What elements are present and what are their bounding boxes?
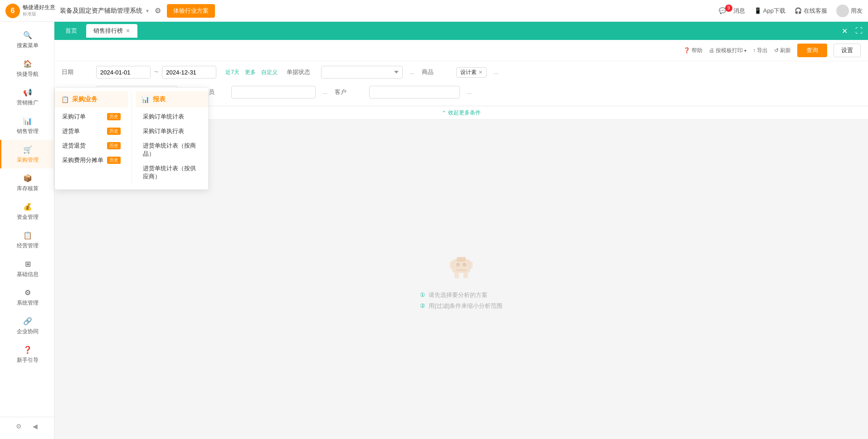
shortcut-more[interactable]: 更多 [243, 68, 258, 77]
salesperson-more[interactable]: ... [323, 89, 327, 95]
date-range: ~ [96, 66, 216, 79]
purchase-report-label: 报表 [153, 95, 166, 104]
sidebar-item-operations[interactable]: 📋 经营管理 [0, 226, 54, 254]
help-link[interactable]: ❓ 帮助 [683, 47, 702, 54]
purchase-business-label: 采购业务 [72, 95, 98, 104]
collapse-label: 收起更多条件 [448, 109, 481, 117]
sidebar-item-search[interactable]: 🔍 搜索菜单 [0, 25, 54, 54]
empty-hint-1: ① 请先选择要分析的方案 [420, 290, 503, 300]
app-download-item[interactable]: 📱 App下载 [754, 7, 785, 15]
purchase-icon: 🛒 [23, 144, 33, 154]
tab-home[interactable]: 首页 [58, 24, 84, 38]
user-item[interactable]: 用友 [836, 5, 863, 17]
phone-icon: 📱 [754, 7, 761, 14]
online-service-item[interactable]: 🎧 在线客服 [795, 7, 827, 15]
tab-sales-ranking-label: 销售排行榜 [93, 27, 123, 35]
sidebar-item-inventory[interactable]: 📦 库存核算 [0, 168, 54, 197]
menu-item-purchase-expense[interactable]: 采购费用分摊单 历史 [60, 153, 122, 168]
print-link[interactable]: 🖨 按模板打印 ▾ [709, 47, 746, 54]
customer-input[interactable] [369, 86, 460, 99]
inbound-badge: 历史 [107, 128, 121, 135]
notification-item[interactable]: 💬 9 消息 [719, 7, 745, 15]
sidebar-item-enterprise-label: 企业协同 [17, 328, 39, 335]
menu-item-return[interactable]: 进货退货 历史 [60, 138, 122, 153]
sidebar-item-purchase[interactable]: 🛒 采购管理 [0, 140, 54, 168]
date-shortcuts: 近7天 更多 自定义 [224, 68, 279, 77]
voucher-status-more[interactable]: ... [410, 69, 414, 75]
sidebar: 🔍 搜索菜单 🏠 快捷导航 📢 营销推广 📊 销售管理 🛒 采购管理 📦 库存核… [0, 22, 54, 439]
export-link[interactable]: ↑ 导出 [753, 47, 768, 54]
empty-illustration [443, 248, 479, 284]
search-icon: 🔍 [23, 30, 33, 40]
date-end-input[interactable] [162, 66, 216, 79]
sidebar-bottom-icons: ⚙ ◀ [14, 421, 41, 432]
basicinfo-icon: ⊞ [23, 259, 33, 269]
menu-item-purchase-order-exec[interactable]: 采购订单执行表 [141, 124, 203, 138]
logo-title: 畅捷通好生意 [23, 4, 55, 11]
purchase-order-badge: 历史 [107, 113, 121, 120]
user-label: 用友 [851, 7, 863, 15]
app-download-label: App下载 [763, 7, 785, 15]
export-icon: ↑ [753, 47, 756, 54]
marketing-icon: 📢 [23, 87, 33, 97]
sidebar-item-system[interactable]: ⚙ 系统管理 [0, 283, 54, 311]
shortcut-custom[interactable]: 自定义 [259, 68, 279, 77]
svg-rect-4 [456, 269, 467, 271]
top-header: 6 畅捷通好生意 标准版 装备及固定资产辅助管理系统 ▾ ⚙ 体验行业方案 💬 … [0, 0, 868, 22]
collapse-sidebar-icon[interactable]: ◀ [30, 421, 41, 432]
svg-point-2 [456, 263, 460, 266]
tab-sales-ranking[interactable]: 销售排行榜 ✕ [86, 24, 137, 38]
sales-icon: 📊 [23, 116, 33, 126]
svg-point-3 [463, 263, 466, 266]
voucher-status-select-wrapper [321, 66, 403, 79]
sidebar-item-marketing[interactable]: 📢 营销推广 [0, 83, 54, 111]
tab-close-icon[interactable]: ✕ [126, 28, 130, 34]
date-start-input[interactable] [96, 66, 151, 79]
purchase-report-title: 📊 报表 [136, 91, 209, 108]
refresh-link[interactable]: ↺ 刷新 [774, 47, 791, 54]
tab-maximize-icon[interactable]: ⛶ [853, 25, 864, 36]
filter-row-1: 日期 ~ 近7天 更多 自定义 单据状态 ... 商品 [54, 61, 868, 80]
empty-hint-2: ② 用[过滤]条件来缩小分析范围 [420, 301, 503, 311]
voucher-status-select[interactable] [321, 66, 403, 79]
menu-item-inbound-stats-supplier[interactable]: 进货单统计表（按供应商） [141, 161, 203, 184]
content-area: 首页 销售排行榜 ✕ ✕ ⛶ ❓ 帮助 🖨 按模板打印 [54, 22, 868, 439]
menu-item-purchase-order-stats[interactable]: 采购订单统计表 [141, 109, 203, 124]
header-right: 💬 9 消息 📱 App下载 🎧 在线客服 用友 [719, 5, 863, 17]
filter-settings-button[interactable]: 设置 [834, 44, 861, 57]
sidebar-item-finance[interactable]: 💰 资金管理 [0, 197, 54, 226]
goods-tag-close-icon[interactable]: ✕ [478, 69, 483, 75]
settings-bottom-icon[interactable]: ⚙ [14, 421, 24, 432]
system-icon: ⚙ [23, 287, 33, 297]
settings-icon[interactable]: ⚙ [152, 5, 163, 16]
tab-right-actions: ✕ ⛶ [839, 25, 864, 36]
sidebar-item-enterprise[interactable]: 🔗 企业协同 [0, 311, 54, 340]
notification-badge: 9 [725, 5, 732, 12]
customer-more[interactable]: ... [467, 89, 472, 95]
sidebar-item-quicknav[interactable]: 🏠 快捷导航 [0, 54, 54, 83]
svg-rect-8 [463, 273, 468, 278]
logo-icon: 6 [5, 4, 20, 18]
title-arrow-icon[interactable]: ▾ [146, 8, 149, 14]
voucher-status-label: 单据状态 [287, 68, 314, 76]
sidebar-item-basicinfo[interactable]: ⊞ 基础信息 [0, 254, 54, 283]
tab-bar: 首页 销售排行榜 ✕ ✕ ⛶ [54, 22, 868, 40]
tab-close-right-icon[interactable]: ✕ [839, 25, 850, 36]
sidebar-item-newbie[interactable]: ❓ 新手引导 [0, 340, 54, 369]
goods-more[interactable]: ... [494, 69, 498, 75]
purchase-expense-badge: 历史 [107, 157, 121, 164]
query-button[interactable]: 查询 [797, 44, 827, 57]
industry-btn[interactable]: 体验行业方案 [167, 4, 215, 18]
menu-item-inbound[interactable]: 进货单 历史 [60, 124, 122, 138]
goods-filter-tag[interactable]: 设计素 ✕ [456, 67, 487, 78]
menu-divider [132, 93, 132, 184]
menu-item-purchase-order[interactable]: 采购订单 历史 [60, 109, 122, 124]
headset-icon: 🎧 [795, 7, 802, 14]
header-title-area: 装备及固定资产辅助管理系统 ▾ ⚙ 体验行业方案 [60, 4, 719, 18]
menu-item-inbound-stats-goods[interactable]: 进货单统计表（按商品） [141, 138, 203, 161]
shortcut-7days[interactable]: 近7天 [224, 68, 241, 77]
salesperson-input[interactable] [231, 86, 316, 99]
goods-tag-text: 设计素 [460, 69, 477, 76]
svg-rect-6 [469, 261, 473, 269]
sidebar-item-sales[interactable]: 📊 销售管理 [0, 111, 54, 140]
